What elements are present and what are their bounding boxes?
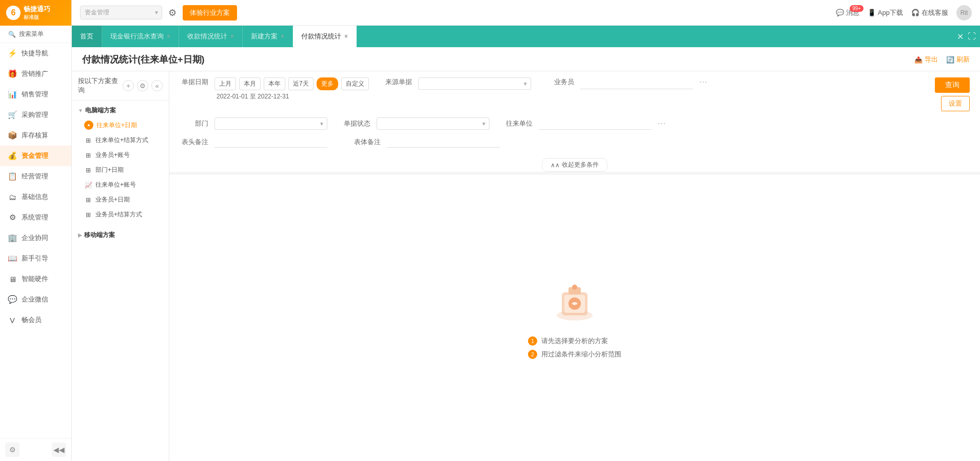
purchase-icon: 🛒 bbox=[7, 110, 17, 120]
trial-button[interactable]: 体验行业方案 bbox=[183, 5, 237, 21]
vip-icon: V bbox=[7, 315, 17, 325]
search-icon: 🔍 bbox=[8, 31, 16, 38]
source-select[interactable] bbox=[418, 77, 531, 90]
export-button[interactable]: 📤 导出 bbox=[914, 55, 938, 64]
close-tab-new-scheme-icon[interactable]: × bbox=[281, 33, 284, 40]
filter-row-3: 表头备注 表体备注 bbox=[180, 136, 970, 148]
message-item[interactable]: 💬 消息 99+ bbox=[836, 8, 859, 17]
sales-icon: 📊 bbox=[7, 89, 17, 99]
scheme-item-staff-date[interactable]: ⊞ 业务员+日期 bbox=[72, 192, 169, 207]
sidebar-item-marketing[interactable]: 🎁 营销推广 bbox=[0, 64, 71, 84]
close-window-icon[interactable]: ✕ bbox=[957, 32, 964, 42]
date-btn-more[interactable]: 更多 bbox=[317, 77, 338, 90]
export-icon: 📤 bbox=[914, 56, 923, 64]
marketing-icon: 🎁 bbox=[7, 69, 17, 79]
date-btn-last-month[interactable]: 上月 bbox=[214, 77, 236, 90]
sidebar-item-guide[interactable]: 📖 新手引导 bbox=[0, 248, 71, 269]
tab-receipt-stat[interactable]: 收款情况统计 × bbox=[179, 26, 243, 47]
staff-dots-icon[interactable]: ··· bbox=[699, 77, 708, 87]
sidebar-label: 新手引导 bbox=[22, 254, 48, 263]
desktop-arrow-icon: ▼ bbox=[78, 108, 83, 113]
sidebar-nav: ⚡ 快捷导航 🎁 营销推广 📊 销售管理 🛒 采购管理 📦 库存核算 💰 资金管… bbox=[0, 43, 71, 438]
sidebar-item-vip[interactable]: V 畅会员 bbox=[0, 310, 71, 330]
settings-bottom-icon[interactable]: ⚙ bbox=[5, 443, 19, 457]
counterpart-input[interactable] bbox=[539, 118, 652, 130]
dept-select[interactable] bbox=[214, 117, 327, 130]
sidebar-label: 企业微信 bbox=[22, 295, 48, 304]
body-note-input[interactable] bbox=[387, 136, 500, 148]
sidebar-item-enterprise[interactable]: 🏢 企业协同 bbox=[0, 228, 71, 248]
close-tab-payment-stat-icon[interactable]: × bbox=[344, 33, 348, 40]
sidebar-item-operations[interactable]: 📋 经营管理 bbox=[0, 166, 71, 187]
collapse-sidebar-icon[interactable]: ◀◀ bbox=[52, 443, 66, 457]
sidebar-item-inventory[interactable]: 📦 库存核算 bbox=[0, 125, 71, 146]
refresh-button[interactable]: 🔄 刷新 bbox=[946, 55, 970, 64]
svg-point-5 bbox=[572, 285, 577, 290]
header-gear-icon[interactable]: ⚙ bbox=[168, 7, 177, 18]
tab-right-actions: ✕ ⛶ bbox=[957, 26, 980, 47]
body-note-label: 表体备注 bbox=[352, 137, 381, 147]
sidebar-item-wechat[interactable]: 💬 企业微信 bbox=[0, 289, 71, 310]
add-scheme-button[interactable]: + bbox=[123, 80, 134, 91]
settings-button[interactable]: 设置 bbox=[941, 96, 970, 111]
sidebar-item-basic-info[interactable]: 🗂 基础信息 bbox=[0, 187, 71, 207]
scheme-item-staff-account[interactable]: ⊞ 业务员+账号 bbox=[72, 148, 169, 163]
scheme-item-label: 部门+日期 bbox=[95, 166, 124, 174]
date-btn-custom[interactable]: 自定义 bbox=[341, 77, 369, 90]
date-btn-this-year[interactable]: 本年 bbox=[264, 77, 285, 90]
scheme-item-counterpart-date[interactable]: ● 往来单位+日期 bbox=[72, 117, 169, 133]
sidebar: 6 畅捷通巧 标准版 🔍 搜索菜单 ⚡ 快捷导航 🎁 营销推广 📊 销售管理 🛒… bbox=[0, 0, 72, 461]
sidebar-item-hardware[interactable]: 🖥 智能硬件 bbox=[0, 269, 71, 289]
query-button[interactable]: 查询 bbox=[935, 77, 970, 93]
tip-text-2: 用过滤条件来缩小分析范围 bbox=[541, 350, 621, 359]
table-icon: ⊞ bbox=[84, 211, 92, 219]
app-download-item[interactable]: 📱 App下载 bbox=[868, 8, 903, 17]
sidebar-item-purchase[interactable]: 🛒 采购管理 bbox=[0, 105, 71, 125]
tab-payment-stat[interactable]: 付款情况统计 × bbox=[293, 26, 357, 47]
main-body: 按以下方案查询 + ⚙ « ▼ 电脑端方案 ● 往来单位+日期 bbox=[72, 71, 980, 461]
tab-new-scheme[interactable]: 新建方案 × bbox=[243, 26, 293, 47]
date-btn-7days[interactable]: 近7天 bbox=[288, 77, 313, 90]
doc-status-select-wrapper: ▼ bbox=[377, 117, 489, 130]
staff-input[interactable] bbox=[580, 77, 693, 89]
scheme-item-dept-date[interactable]: ⊞ 部门+日期 bbox=[72, 163, 169, 177]
user-avatar[interactable]: Rit bbox=[956, 5, 972, 21]
close-tab-bank-flow-icon[interactable]: × bbox=[167, 33, 170, 40]
sidebar-item-finance[interactable]: 💰 资金管理 bbox=[0, 146, 71, 166]
sidebar-label: 企业协同 bbox=[22, 233, 48, 243]
maximize-window-icon[interactable]: ⛶ bbox=[968, 32, 976, 41]
empty-tip-2: 2 用过滤条件来缩小分析范围 bbox=[528, 350, 621, 359]
desktop-group-title[interactable]: ▼ 电脑端方案 bbox=[72, 104, 169, 117]
tab-label: 新建方案 bbox=[251, 32, 278, 41]
scheme-panel-title: 按以下方案查询 bbox=[78, 76, 123, 95]
scheme-panel-header: 按以下方案查询 + ⚙ « bbox=[72, 71, 169, 101]
date-btn-this-month[interactable]: 本月 bbox=[239, 77, 261, 90]
sidebar-label: 基础信息 bbox=[22, 192, 48, 202]
header-note-input[interactable] bbox=[214, 136, 327, 148]
sidebar-item-quick-nav[interactable]: ⚡ 快捷导航 bbox=[0, 43, 71, 64]
scheme-item-staff-settle[interactable]: ⊞ 业务员+结算方式 bbox=[72, 207, 169, 222]
tab-home[interactable]: 首页 bbox=[72, 26, 102, 47]
tab-bank-flow[interactable]: 现金银行流水查询 × bbox=[102, 26, 179, 47]
service-item[interactable]: 🎧 在线客服 bbox=[911, 8, 948, 17]
message-icon: 💬 bbox=[836, 9, 844, 16]
sidebar-search[interactable]: 🔍 搜索菜单 bbox=[0, 26, 71, 43]
scheme-item-counterpart-account[interactable]: 📈 往来单位+账号 bbox=[72, 177, 169, 192]
main-area: 资金管理 ▼ ⚙ 体验行业方案 💬 消息 99+ 📱 App下载 🎧 在线客服 … bbox=[72, 0, 980, 461]
counterpart-dots-icon[interactable]: ··· bbox=[658, 119, 666, 128]
collapse-panel-button[interactable]: « bbox=[151, 80, 163, 91]
scheme-item-label: 业务员+账号 bbox=[95, 151, 130, 159]
refresh-label: 刷新 bbox=[956, 55, 970, 64]
sidebar-item-sales[interactable]: 📊 销售管理 bbox=[0, 84, 71, 105]
doc-status-select[interactable] bbox=[377, 117, 489, 130]
breadcrumb-input[interactable]: 资金管理 bbox=[80, 6, 162, 19]
mobile-group-title[interactable]: ▶ 移动端方案 bbox=[72, 228, 169, 242]
filter-panel: 单据日期 上月 本月 本年 近7天 更多 自定义 2022-01-01 至 20… bbox=[169, 71, 980, 172]
scheme-item-counterpart-settle[interactable]: ⊞ 往来单位+结算方式 bbox=[72, 133, 169, 148]
sidebar-label: 经营管理 bbox=[22, 172, 48, 181]
scheme-settings-button[interactable]: ⚙ bbox=[137, 80, 148, 91]
sidebar-item-system[interactable]: ⚙ 系统管理 bbox=[0, 207, 71, 228]
sidebar-bottom: ⚙ ◀◀ bbox=[0, 438, 71, 461]
collapse-button[interactable]: ∧∧ 收起更多条件 bbox=[542, 158, 607, 172]
close-tab-receipt-stat-icon[interactable]: × bbox=[230, 33, 234, 40]
